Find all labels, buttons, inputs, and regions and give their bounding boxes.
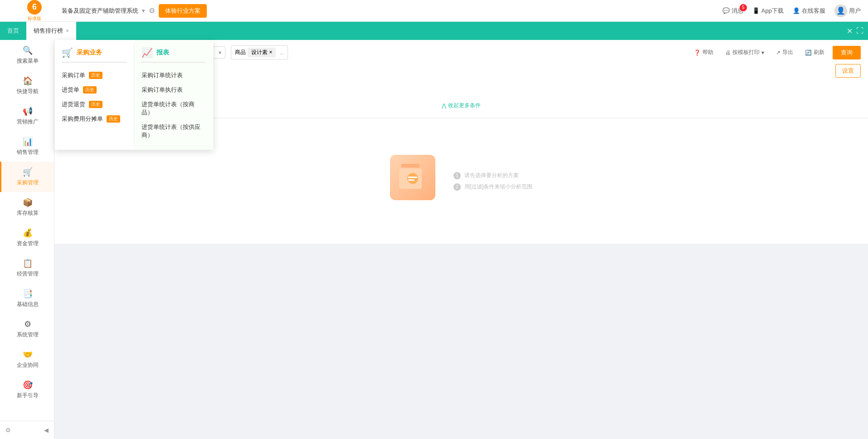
- settings-icon[interactable]: ⚙: [149, 6, 155, 15]
- sidebar-item-cooperation-label: 企业协同: [17, 361, 39, 369]
- window-maximize-icon[interactable]: ⛶: [856, 27, 863, 35]
- sidebar-bottom: ⚙ ◀: [0, 421, 54, 439]
- user-menu[interactable]: 👤 用户: [834, 5, 861, 17]
- header-system: 装备及固定资产辅助管理系统 ▾ ⚙ 体验行业方案: [62, 4, 722, 18]
- app-download-btn[interactable]: 📱 App下载: [752, 7, 784, 15]
- sidebar-item-sales-label: 销售管理: [17, 148, 39, 156]
- system-icon: ⚙: [24, 319, 31, 329]
- empty-step2: 2 用[过滤]条件来缩小分析范围: [454, 183, 533, 191]
- svg-rect-3: [408, 177, 417, 178]
- dropdown-report-1[interactable]: 采购订单执行表: [141, 83, 206, 97]
- dropdown-report-2[interactable]: 进货单统计表（按商品）: [141, 97, 206, 120]
- home-icon: 🏠: [23, 76, 33, 86]
- goods-select[interactable]: 商品 设计素 × ...: [231, 45, 288, 59]
- dropdown-purchase-expense[interactable]: 采购费用分摊单 历史: [62, 112, 127, 126]
- goods-label: 商品: [235, 49, 246, 56]
- online-service-label: 在线客服: [802, 7, 825, 15]
- sidebar-item-inventory[interactable]: 📦 库存核算: [0, 192, 54, 222]
- logo-area: 6 标准版: [7, 0, 62, 22]
- sidebar-item-basic-info-label: 基础信息: [17, 301, 39, 308]
- sidebar-item-quicknav-label: 快捷导航: [17, 88, 39, 95]
- history-badge-0: 历史: [89, 72, 102, 79]
- help-icon: ❓: [694, 49, 701, 56]
- svg-rect-4: [408, 179, 414, 181]
- query-btn[interactable]: 查询: [833, 46, 861, 59]
- app-download-label: App下载: [761, 7, 784, 15]
- toolbar-right: ❓ 帮助 🖨 按模板打印 ▾ ↗ 导出 🔄 刷新: [690, 46, 861, 59]
- export-icon: ↗: [776, 49, 780, 56]
- sidebar-item-search[interactable]: 🔍 搜索菜单: [0, 40, 54, 70]
- svg-point-2: [407, 173, 418, 184]
- tab-close-icon[interactable]: ×: [66, 28, 69, 34]
- sidebar-item-guide[interactable]: 🎯 新手引导: [0, 375, 54, 405]
- tab-home-label: 首页: [7, 27, 19, 35]
- purchase-dropdown-menu: 🛒 采购业务 采购订单 历史 进货单 历史 进货退货 历史 采购费用分摊单 历史…: [54, 40, 213, 150]
- reports-menu-icon: 📈: [141, 47, 153, 58]
- logo-text: 标准版: [28, 15, 41, 22]
- headset-icon: 👤: [793, 7, 800, 14]
- sidebar-item-marketing-label: 营销推广: [17, 118, 39, 126]
- message-btn[interactable]: 💬 消息 5: [722, 7, 743, 15]
- sidebar-item-cooperation[interactable]: 🤝 企业协同: [0, 344, 54, 375]
- sidebar-item-sales[interactable]: 📊 销售管理: [0, 131, 54, 162]
- sidebar-settings-icon[interactable]: ⚙: [5, 427, 11, 434]
- dropdown-purchase-order[interactable]: 采购订单 历史: [62, 68, 127, 83]
- purchase-menu-icon: 🛒: [62, 47, 73, 58]
- dropdown-report-3[interactable]: 进货单统计表（按供应商）: [141, 120, 206, 143]
- print-icon: 🖨: [725, 49, 731, 56]
- guide-icon: 🎯: [23, 380, 33, 390]
- tab-sales-rank-label: 销售排行榜: [34, 27, 63, 35]
- sidebar-item-operations[interactable]: 📋 经营管理: [0, 253, 54, 283]
- sidebar-item-guide-label: 新手引导: [17, 392, 39, 400]
- window-close-icon[interactable]: ✕: [847, 27, 853, 35]
- refresh-btn[interactable]: 🔄 刷新: [801, 47, 828, 58]
- print-btn[interactable]: 🖨 按模板打印 ▾: [722, 47, 768, 58]
- export-btn[interactable]: ↗ 导出: [772, 47, 797, 58]
- help-btn[interactable]: ❓ 帮助: [690, 47, 717, 58]
- purchase-col: 🛒 采购业务 采购订单 历史 进货单 历史 进货退货 历史 采购费用分摊单 历史: [54, 40, 134, 150]
- top-header: 6 标准版 装备及固定资产辅助管理系统 ▾ ⚙ 体验行业方案 💬 消息 5 📱 …: [0, 0, 868, 22]
- collapse-arrow-icon: ⋀: [442, 103, 446, 109]
- sidebar-collapse-icon[interactable]: ◀: [44, 427, 49, 434]
- sidebar-item-purchase[interactable]: 🛒 采购管理: [0, 162, 54, 192]
- sidebar-item-system-label: 系统管理: [17, 331, 39, 339]
- sidebar-item-system[interactable]: ⚙ 系统管理: [0, 314, 54, 344]
- message-icon: 💬: [722, 7, 730, 14]
- sidebar-item-basic-info[interactable]: 📑 基础信息: [0, 283, 54, 314]
- industry-btn[interactable]: 体验行业方案: [159, 4, 207, 18]
- dropdown-inbound-return[interactable]: 进货退货 历史: [62, 97, 127, 112]
- history-badge-3: 历史: [107, 115, 120, 123]
- tab-sales-rank[interactable]: 销售排行榜 ×: [26, 22, 76, 40]
- reports-col: 📈 报表 采购订单统计表 采购订单执行表 进货单统计表（按商品） 进货单统计表（…: [134, 40, 214, 150]
- tab-home[interactable]: 首页: [0, 22, 26, 40]
- cooperation-icon: 🤝: [23, 350, 33, 360]
- dropdown-inbound[interactable]: 进货单 历史: [62, 83, 127, 97]
- online-service-btn[interactable]: 👤 在线客服: [793, 7, 825, 15]
- system-name: 装备及固定资产辅助管理系统: [62, 7, 138, 15]
- basic-info-icon: 📑: [23, 289, 33, 299]
- goods-more-dots[interactable]: ...: [279, 49, 284, 56]
- sales-icon: 📊: [23, 137, 33, 147]
- setting-btn[interactable]: 设置: [835, 64, 861, 78]
- phone-icon: 📱: [752, 7, 760, 14]
- sidebar-item-inventory-label: 库存核算: [17, 209, 39, 217]
- status-arrow-icon: ▾: [219, 49, 221, 56]
- user-avatar: 👤: [834, 5, 847, 17]
- print-arrow-icon: ▾: [761, 49, 764, 56]
- logo-icon: 6: [27, 0, 42, 15]
- sidebar-item-finance[interactable]: 💰 资金管理: [0, 222, 54, 253]
- dropdown-arrow-icon[interactable]: ▾: [142, 7, 145, 14]
- dropdown-report-0[interactable]: 采购订单统计表: [141, 68, 206, 83]
- empty-step1: 1 请先选择要分析的方案: [454, 172, 533, 179]
- search-icon: 🔍: [23, 45, 33, 55]
- message-badge: 5: [740, 4, 747, 11]
- sidebar-item-finance-label: 资金管理: [17, 240, 39, 247]
- empty-illustration: [390, 155, 435, 200]
- tab-window-controls: ✕ ⛶: [842, 22, 868, 40]
- sidebar-item-quicknav[interactable]: 🏠 快捷导航: [0, 70, 54, 101]
- purchase-col-title: 🛒 采购业务: [62, 47, 127, 63]
- marketing-icon: 📢: [23, 106, 33, 116]
- svg-rect-1: [401, 164, 419, 168]
- user-label: 用户: [849, 7, 861, 15]
- sidebar-item-marketing[interactable]: 📢 营销推广: [0, 101, 54, 131]
